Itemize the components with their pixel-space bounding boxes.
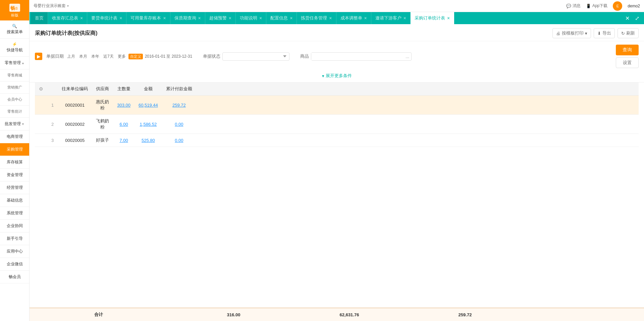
message-btn[interactable]: 💬 消息	[566, 3, 581, 9]
tab-yaoqing[interactable]: 邀请下游客户 ×	[371, 12, 411, 24]
app-download-btn[interactable]: 📱 App下载	[586, 3, 607, 9]
tab-shofahu[interactable]: 收发存汇总表 ×	[48, 12, 87, 24]
status-select[interactable]	[222, 52, 289, 61]
row-qty-cell[interactable]: 7.00	[113, 134, 135, 147]
row-qty-cell[interactable]: 6.00	[113, 115, 135, 134]
col-qty: 主数量	[113, 83, 135, 96]
tab-yaohuodan[interactable]: 要货单统计表 ×	[87, 12, 126, 24]
workspace-dropdown-icon: ▾	[67, 4, 69, 8]
sidebar-item-enterprise[interactable]: 企业协同	[0, 220, 29, 232]
tab-pihuo-label: 拣货任务管理	[301, 15, 327, 21]
tab-home[interactable]: 首页	[31, 12, 48, 24]
sidebar-item-retail-shop[interactable]: 零售商城	[0, 69, 29, 82]
tab-close-all-btn[interactable]: ✕	[623, 14, 632, 22]
export-icon: ⬇	[597, 31, 601, 36]
tab-caigou[interactable]: 采购订单统计表 ×	[411, 12, 454, 24]
tab-close-icon[interactable]: ×	[229, 16, 231, 20]
sidebar-item-finance[interactable]: 资金管理	[0, 169, 29, 181]
sidebar-item-inventory[interactable]: 库存核算	[0, 156, 29, 169]
date-more[interactable]: 更多	[116, 53, 127, 60]
tab-close-icon[interactable]: ×	[259, 16, 262, 20]
sidebar-item-basic[interactable]: 基础信息	[0, 194, 29, 207]
tab-gongneng[interactable]: 功能说明 ×	[236, 12, 266, 24]
tab-close-icon[interactable]: ×	[329, 16, 332, 20]
tab-close-icon[interactable]: ×	[364, 16, 367, 20]
row-amount-cell[interactable]: 60,519.44	[135, 96, 162, 115]
goods-input[interactable]	[311, 53, 404, 60]
expand-more-label: 展开更多条件	[326, 73, 352, 79]
date-this-month[interactable]: 本月	[78, 53, 89, 60]
tab-close-icon[interactable]: ×	[404, 16, 406, 20]
sidebar-item-member[interactable]: 会员中心	[0, 94, 29, 106]
filter-toggle-button[interactable]: ▶	[35, 53, 42, 60]
date-custom-badge[interactable]: 自定义	[128, 54, 143, 59]
refresh-button[interactable]: ↻ 刷新	[618, 28, 639, 38]
tab-close-icon[interactable]: ×	[198, 16, 201, 20]
sidebar-item-member2[interactable]: 畅会员	[0, 271, 29, 283]
data-table: ⚙ 往来单位编码 供应商 主数量 金额 累计付款金额 1 00020001	[35, 83, 639, 147]
page-title: 采购订单统计表(按供应商)	[35, 30, 98, 37]
sidebar-item-operation[interactable]: 经营管理	[0, 181, 29, 194]
sidebar-enterprise-label: 企业协同	[7, 223, 23, 229]
sidebar-item-newguide[interactable]: 新手引导	[0, 232, 29, 245]
sidebar-item-system[interactable]: 系统管理	[0, 207, 29, 220]
row-settings-cell	[35, 134, 47, 147]
sidebar-item-wechat[interactable]: 企业微信	[0, 258, 29, 271]
tab-close-icon[interactable]: ×	[80, 16, 83, 20]
sidebar-item-retail[interactable]: 零售管理 ▲	[0, 57, 29, 69]
sidebar-item-shortcut[interactable]: ⚡ 快捷导航	[0, 39, 29, 57]
sidebar-inventory-label: 库存核算	[7, 159, 23, 165]
page-actions: 🖨 按模板打印 ▾ ⬇ 导出 ↻ 刷新	[552, 28, 639, 38]
row-paid-cell[interactable]: 259.72	[162, 96, 196, 115]
filter-second-row: ▾ 展开更多条件	[35, 70, 639, 79]
date-this-year[interactable]: 本年	[90, 53, 101, 60]
row-qty-cell[interactable]: 303.00	[113, 96, 135, 115]
tab-close-icon[interactable]: ×	[163, 16, 166, 20]
tab-pihuo[interactable]: 拣货任务管理 ×	[297, 12, 336, 24]
settings-icon[interactable]: ⚙	[39, 86, 43, 92]
sidebar-item-ecommerce[interactable]: 电商管理	[0, 130, 29, 143]
sidebar-item-appcenter[interactable]: 应用中心	[0, 245, 29, 258]
expand-more-btn[interactable]: ▾ 展开更多条件	[322, 73, 352, 79]
tab-close-icon-active[interactable]: ×	[447, 16, 450, 20]
sidebar-logo[interactable]: 畅 B 标版	[0, 0, 29, 20]
row-settings-cell	[35, 96, 47, 115]
row-amount-cell[interactable]: 1,586.52	[135, 115, 162, 134]
sidebar-item-wholesale[interactable]: 批发管理 ▼	[0, 118, 29, 130]
tab-yaoqing-label: 邀请下游客户	[375, 15, 401, 21]
row-paid-cell[interactable]: 0.00	[162, 115, 196, 134]
app-download-label: App下载	[592, 3, 607, 9]
avatar-text: E	[616, 4, 619, 8]
tab-expand-btn[interactable]: ⤢	[633, 14, 641, 22]
sidebar-item-marketing[interactable]: 营销推广	[0, 82, 29, 94]
user-name[interactable]: demo2	[628, 4, 640, 8]
tab-close-icon[interactable]: ×	[119, 16, 122, 20]
refresh-label: 刷新	[626, 30, 635, 36]
goods-input-dots[interactable]: ...	[404, 53, 411, 60]
sidebar-item-purchase[interactable]: 采购管理	[0, 143, 29, 156]
tab-chengben[interactable]: 成本调整单 ×	[336, 12, 371, 24]
tab-chaochuyujing[interactable]: 超储预警 ×	[205, 12, 236, 24]
settings-button[interactable]: 设置	[616, 57, 639, 68]
date-last-month[interactable]: 上月	[66, 53, 76, 60]
tab-peizhi[interactable]: 配置信息 ×	[266, 12, 297, 24]
goods-filter-group: 商品 ...	[300, 52, 612, 61]
date-7days[interactable]: 近7天	[102, 53, 115, 60]
tab-keyongliang[interactable]: 可用量库存账本 ×	[126, 12, 170, 24]
col-settings[interactable]: ⚙	[35, 83, 47, 96]
export-button[interactable]: ⬇ 导出	[594, 28, 615, 38]
query-button[interactable]: 查询	[616, 45, 639, 55]
phone-icon: 📱	[586, 4, 591, 8]
row-paid-cell[interactable]: 0.00	[162, 134, 196, 147]
print-button[interactable]: 🖨 按模板打印 ▾	[552, 28, 591, 38]
tab-close-icon[interactable]: ×	[290, 16, 292, 20]
sidebar-purchase-label: 采购管理	[7, 147, 23, 152]
col-num	[47, 83, 58, 96]
tab-baozhi[interactable]: 保质期查询 ×	[170, 12, 205, 24]
sidebar-ecommerce-label: 电商管理	[7, 134, 23, 140]
date-label: 单据日期	[46, 53, 64, 59]
row-amount-cell[interactable]: 525.80	[135, 134, 162, 147]
sidebar-item-retail-stats[interactable]: 零售统计	[0, 106, 29, 118]
workspace-selector[interactable]: 母婴行业演示账套 ▾	[34, 3, 69, 9]
sidebar-item-search[interactable]: 🔍 搜索菜单	[0, 20, 29, 39]
